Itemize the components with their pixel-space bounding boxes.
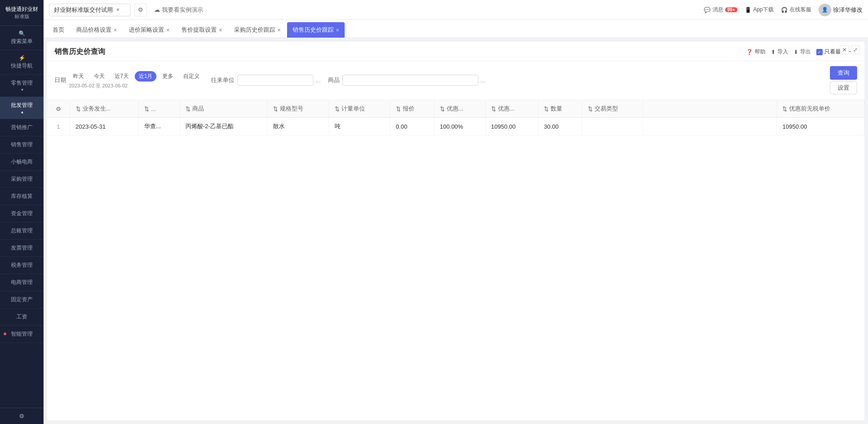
col-discount2[interactable]: ⇅ 优惠...	[485, 100, 538, 118]
sidebar-item-marketing[interactable]: 营销推广	[0, 119, 44, 136]
demo-link[interactable]: ☁ 我要看实例演示	[154, 6, 203, 14]
user-name: 徐泽华修改	[833, 6, 863, 14]
sort-icon: ⇅	[185, 106, 190, 112]
chevron-down-icon: ▼	[116, 7, 120, 12]
sidebar-item-purchase[interactable]: 采购管理	[0, 171, 44, 188]
export-button[interactable]: ⬇ 导出	[794, 48, 811, 56]
col-spec[interactable]: ⇅ 规格型号	[268, 100, 329, 118]
col-discount1[interactable]: ⇅ 优惠...	[434, 100, 485, 118]
close-icon[interactable]: ✕	[336, 28, 339, 33]
sidebar-item-search[interactable]: 🔍 搜索菜单	[0, 26, 44, 50]
sidebar-item-label: 固定资产	[11, 296, 33, 304]
date-option-last7[interactable]: 近7天	[111, 71, 133, 82]
customer-dots[interactable]: ...	[315, 77, 321, 84]
table-row[interactable]: 1 2023-05-31 华查... 丙烯酸-2-乙基已酯 散水 吨 0.00 …	[47, 118, 864, 135]
user-profile[interactable]: 👤 徐泽华修改	[819, 4, 863, 16]
message-button[interactable]: 💬 消息 99+	[704, 6, 737, 14]
sidebar-item-tax[interactable]: 税务管理	[0, 257, 44, 274]
close-icon[interactable]: ✕	[277, 28, 281, 33]
version-selector[interactable]: 好业财标准版交付试用 ▼	[49, 4, 131, 16]
tab-sale-history[interactable]: 销售历史价跟踪 ✕	[287, 22, 345, 38]
sort-icon: ⇅	[782, 106, 787, 112]
close-window-button[interactable]: ✕	[840, 45, 849, 54]
sidebar-item-ecommerce[interactable]: 电商管理	[0, 274, 44, 291]
tab-sale-extract[interactable]: 售价提取设置 ✕	[176, 22, 228, 38]
sidebar-item-quick-nav[interactable]: ⚡ 快捷导航	[0, 50, 44, 75]
gear-icon: ⚙	[138, 6, 143, 13]
version-selector-text: 好业财标准版交付试用	[54, 6, 113, 14]
product-filter-label: 商品	[328, 76, 340, 84]
date-option-today[interactable]: 今天	[90, 71, 109, 82]
export-label: 导出	[800, 48, 811, 56]
sidebar-item-label: 工资	[16, 313, 27, 321]
sidebar-item-capital[interactable]: 资金管理	[0, 205, 44, 222]
sort-icon: ⇅	[544, 106, 549, 112]
tab-sale-extract-label: 售价提取设置	[181, 26, 217, 34]
sidebar-item-retail[interactable]: 零售管理	[0, 75, 44, 97]
import-button[interactable]: ⬆ 导入	[771, 48, 788, 56]
topbar-gear-button[interactable]: ⚙	[134, 4, 147, 16]
col-pretax-price-label: 优惠前无税单价	[789, 105, 830, 113]
col-business-date-label: 业务发生...	[83, 105, 111, 113]
sidebar-item-sales[interactable]: 销售管理	[0, 136, 44, 154]
sidebar-item-smart[interactable]: 智能管理	[0, 326, 44, 343]
col-gear[interactable]: ⚙	[47, 100, 70, 118]
close-icon[interactable]: ✕	[219, 28, 222, 33]
date-option-custom[interactable]: 自定义	[179, 71, 204, 82]
sidebar-item-salary[interactable]: 工资	[0, 308, 44, 326]
data-table-container: ⚙ ⇅ 业务发生... ⇅ ...	[47, 100, 864, 420]
col-unit-label: 计量单位	[341, 105, 365, 113]
col-pretax-price[interactable]: ⇅ 优惠前无税单价	[777, 100, 864, 118]
tab-purchase-strategy[interactable]: 进价策略设置 ✕	[123, 22, 175, 38]
date-filter-group: 日期 昨天 今天 近7天 近1月 更多 自定义 2023-05-02 至 202…	[54, 71, 204, 89]
sidebar-item-inventory[interactable]: 库存核算	[0, 188, 44, 205]
sidebar-item-wholesale[interactable]: 批发管理	[0, 97, 44, 119]
col-dots[interactable]: ⇅ ...	[138, 100, 180, 118]
tab-home[interactable]: 首页	[47, 22, 70, 38]
col-discount1-label: 优惠...	[447, 105, 463, 113]
close-icon[interactable]: ✕	[166, 28, 170, 33]
col-product[interactable]: ⇅ 商品	[180, 100, 268, 118]
online-service-button[interactable]: 🎧 在线客服	[781, 6, 811, 14]
col-price-label: 报价	[403, 105, 414, 113]
col-unit[interactable]: ⇅ 计量单位	[329, 100, 390, 118]
date-option-more[interactable]: 更多	[158, 71, 177, 82]
date-filter-label: 日期	[54, 76, 66, 84]
product-input[interactable]	[342, 75, 478, 86]
content-area: ✕ ⤢ 销售历史价查询 ❓ 帮助 ⬆ 导入 ⬇ 导出 ✓	[47, 42, 864, 420]
red-dot-indicator	[4, 332, 6, 335]
help-icon: ❓	[746, 49, 753, 55]
customer-filter-label: 往来单位	[211, 76, 234, 84]
sidebar-settings[interactable]: ⚙	[0, 408, 44, 424]
date-range-display: 2023-05-02 至 2023-06-02	[69, 82, 204, 89]
maximize-window-button[interactable]: ⤢	[851, 45, 860, 54]
col-quantity[interactable]: ⇅ 数量	[538, 100, 582, 118]
tab-price-label: 商品价格设置	[76, 26, 112, 34]
col-product-label: 商品	[192, 105, 204, 113]
app-download-button[interactable]: 📱 App下载	[745, 6, 774, 14]
date-option-last1month[interactable]: 近1月	[135, 71, 157, 82]
col-trade-type[interactable]: ⇅ 交易类型	[582, 100, 644, 118]
tab-price[interactable]: 商品价格设置 ✕	[71, 22, 122, 38]
sidebar-item-xiaochangec[interactable]: 小畅电商	[0, 154, 44, 171]
sidebar-item-invoice[interactable]: 发票管理	[0, 240, 44, 257]
col-quantity-label: 数量	[551, 105, 562, 113]
sidebar-item-ledger[interactable]: 总账管理	[0, 222, 44, 240]
tab-purchase-history[interactable]: 采购历史价跟踪 ✕	[229, 22, 286, 38]
query-button[interactable]: 查询	[830, 66, 857, 80]
customer-input[interactable]	[237, 75, 313, 86]
date-option-yesterday[interactable]: 昨天	[69, 71, 88, 82]
setting-button[interactable]: 设置	[830, 82, 857, 94]
col-spacer	[644, 100, 777, 118]
product-dots[interactable]: ...	[480, 77, 486, 84]
cell-seq: 1	[47, 118, 70, 135]
sidebar-item-fixed-assets[interactable]: 固定资产	[0, 291, 44, 308]
nav-icon: ⚡	[19, 55, 25, 61]
sort-icon: ⇅	[335, 106, 340, 112]
col-business-date[interactable]: ⇅ 业务发生...	[70, 100, 138, 118]
help-button[interactable]: ❓ 帮助	[746, 48, 766, 56]
cell-discount1: 100.00%	[434, 118, 485, 135]
sidebar-item-label: 税务管理	[11, 261, 33, 269]
close-icon[interactable]: ✕	[113, 28, 117, 33]
col-price[interactable]: ⇅ 报价	[390, 100, 434, 118]
